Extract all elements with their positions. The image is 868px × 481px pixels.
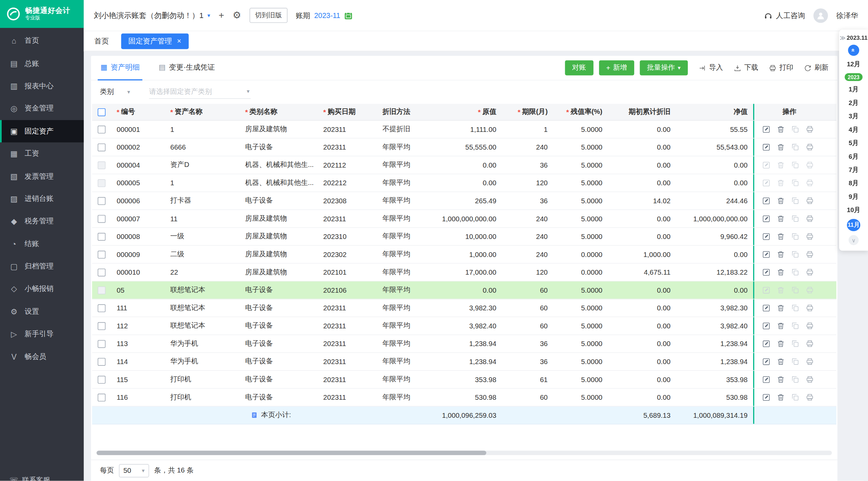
edit-icon[interactable]: [762, 214, 770, 223]
row-checkbox[interactable]: [98, 376, 105, 383]
print-row-icon[interactable]: [805, 340, 814, 348]
copy-icon[interactable]: [791, 322, 800, 330]
calendar-month-item[interactable]: 3月: [847, 112, 860, 121]
row-checkbox[interactable]: [98, 197, 105, 205]
collapse-panel-icon[interactable]: ≫: [840, 34, 846, 40]
delete-icon[interactable]: [777, 250, 785, 259]
table-row[interactable]: 113 华为手机 电子设备 202311 年限平均 1,238.94 36 5.…: [92, 335, 836, 353]
edit-icon[interactable]: [762, 250, 770, 259]
import-button[interactable]: 导入: [698, 63, 723, 73]
calendar-month-item[interactable]: 4月: [847, 125, 860, 135]
copy-icon[interactable]: [791, 143, 800, 152]
sidebar-item[interactable]: ▣ 固定资产: [0, 120, 84, 142]
edit-icon[interactable]: [762, 232, 770, 241]
print-row-icon[interactable]: [805, 179, 814, 187]
table-row[interactable]: 112 联想笔记本 电子设备 202311 年限平均 3,982.40 60 5…: [92, 317, 836, 335]
tab-close-icon[interactable]: ×: [177, 37, 181, 45]
print-row-icon[interactable]: [805, 268, 814, 276]
sidebar-item[interactable]: ⚙ 设置: [0, 300, 84, 323]
tab-home[interactable]: 首页: [94, 36, 109, 46]
subtab-asset-detail[interactable]: ▦ 资产明细: [98, 55, 142, 80]
delete-icon[interactable]: [777, 161, 785, 169]
table-row[interactable]: 114 华为手机 电子设备 202311 年限平均 1,238.94 36 5.…: [92, 353, 836, 371]
scroll-down-button[interactable]: ∨: [849, 235, 859, 245]
table-row[interactable]: 115 打印机 电子设备 202311 年限平均 353.98 61 5.000…: [92, 371, 836, 389]
row-checkbox[interactable]: [98, 340, 105, 348]
avatar[interactable]: [813, 8, 828, 23]
print-button[interactable]: 打印: [769, 63, 793, 73]
edit-icon[interactable]: [762, 143, 770, 152]
sidebar-item[interactable]: ▨ 进销台账: [0, 188, 84, 210]
edit-icon[interactable]: [762, 340, 770, 348]
copy-icon[interactable]: [791, 304, 800, 312]
row-checkbox[interactable]: [98, 304, 105, 312]
delete-icon[interactable]: [777, 232, 785, 241]
copy-icon[interactable]: [791, 232, 800, 241]
print-row-icon[interactable]: [805, 322, 814, 330]
horizontal-scrollbar[interactable]: [97, 451, 832, 455]
delete-icon[interactable]: [777, 286, 785, 294]
print-row-icon[interactable]: [805, 250, 814, 259]
row-checkbox[interactable]: [98, 125, 105, 133]
print-row-icon[interactable]: [805, 232, 814, 241]
sidebar-item[interactable]: V 畅会员: [0, 345, 84, 368]
edit-icon[interactable]: [762, 268, 770, 276]
username[interactable]: 徐泽华: [836, 10, 858, 20]
switch-old-version-button[interactable]: 切到旧版: [249, 8, 288, 23]
per-page-select[interactable]: 50 ▾: [119, 464, 149, 477]
delete-icon[interactable]: [777, 179, 785, 187]
scroll-up-button[interactable]: «: [848, 45, 859, 56]
edit-icon[interactable]: [762, 375, 770, 384]
table-row[interactable]: 000005 1 机器、机械和其他生... 202212 年限平均 0.00 1…: [92, 174, 836, 192]
subtab-voucher-change[interactable]: ▤ 变更·生成凭证: [156, 55, 218, 80]
delete-icon[interactable]: [777, 375, 785, 384]
download-button[interactable]: 下载: [734, 63, 758, 73]
copy-icon[interactable]: [791, 268, 800, 276]
live-support-button[interactable]: 人工咨询: [764, 10, 805, 20]
calendar-month-item[interactable]: 8月: [847, 179, 860, 188]
sidebar-item[interactable]: ◎ 资金管理: [0, 97, 84, 120]
table-row[interactable]: 000006 打卡器 电子设备 202308 年限平均 265.49 36 5.…: [92, 192, 836, 210]
print-row-icon[interactable]: [805, 393, 814, 401]
delete-icon[interactable]: [777, 393, 785, 401]
category-dropdown[interactable]: 类别 ▾: [100, 87, 130, 96]
edit-icon[interactable]: [762, 393, 770, 401]
table-row[interactable]: 111 联想笔记本 电子设备 202311 年限平均 3,982.30 60 5…: [92, 299, 836, 317]
row-checkbox[interactable]: [98, 161, 105, 169]
copy-icon[interactable]: [791, 393, 800, 401]
calendar-month-item[interactable]: 10月: [847, 206, 861, 215]
batch-actions-button[interactable]: 批量操作 ▾: [640, 60, 688, 75]
row-checkbox[interactable]: [98, 393, 105, 401]
calendar-month-item[interactable]: 9月: [847, 192, 860, 202]
table-row[interactable]: 000004 资产D 机器、机械和其他生... 202112 年限平均 0.00…: [92, 156, 836, 174]
select-all-checkbox[interactable]: [98, 108, 105, 116]
copy-icon[interactable]: [791, 161, 800, 169]
calendar-month-item[interactable]: 2023: [845, 73, 862, 81]
edit-icon[interactable]: [762, 357, 770, 366]
copy-icon[interactable]: [791, 196, 800, 205]
account-set-selector[interactable]: 刘小艳演示账套（勿删勿动！）1 ▾: [94, 10, 210, 20]
copy-icon[interactable]: [791, 286, 800, 294]
row-checkbox[interactable]: [98, 215, 105, 223]
gear-icon[interactable]: ⚙: [232, 11, 241, 20]
print-row-icon[interactable]: [805, 125, 814, 134]
edit-icon[interactable]: [762, 322, 770, 330]
calendar-month-item[interactable]: 7月: [847, 165, 860, 175]
delete-icon[interactable]: [777, 322, 785, 330]
row-checkbox[interactable]: [98, 179, 105, 187]
row-checkbox[interactable]: [98, 251, 105, 258]
print-row-icon[interactable]: [805, 214, 814, 223]
table-row[interactable]: 000008 一级 房屋及建筑物 202310 年限平均 10,000.00 2…: [92, 228, 836, 246]
edit-icon[interactable]: [762, 286, 770, 294]
table-row[interactable]: 000010 22 房屋及建筑物 202101 年限平均 17,000.00 1…: [92, 263, 836, 281]
delete-icon[interactable]: [777, 143, 785, 152]
edit-icon[interactable]: [762, 125, 770, 134]
print-row-icon[interactable]: [805, 304, 814, 312]
sidebar-item[interactable]: ▷ 新手引导: [0, 323, 84, 345]
table-row[interactable]: 116 打印机 电子设备 202311 年限平均 530.98 60 5.000…: [92, 389, 836, 407]
sidebar-item[interactable]: ▦ 工资: [0, 142, 84, 165]
edit-icon[interactable]: [762, 304, 770, 312]
row-checkbox[interactable]: [98, 286, 105, 294]
scrollbar-thumb[interactable]: [97, 451, 486, 455]
calendar-month-item[interactable]: 1月: [847, 85, 860, 95]
